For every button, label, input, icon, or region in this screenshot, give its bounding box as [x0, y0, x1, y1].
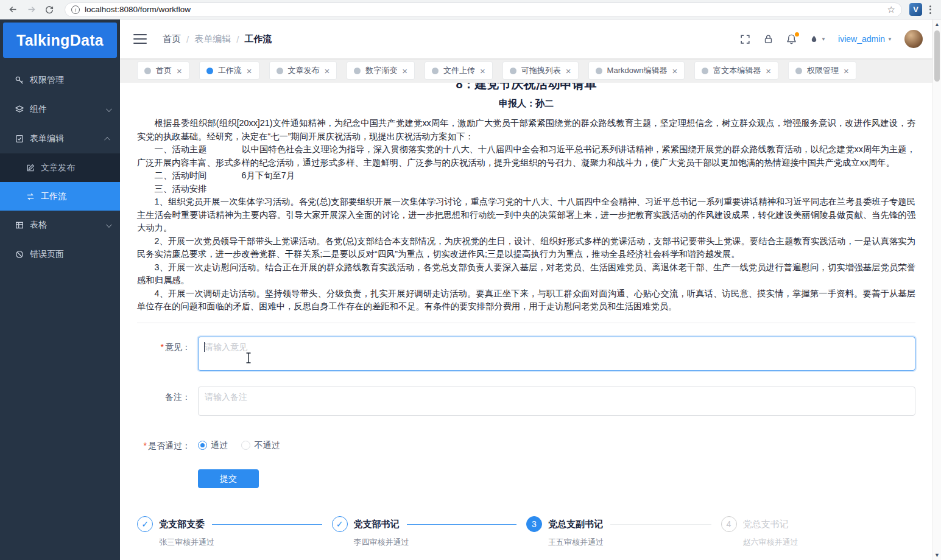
tab-home[interactable]: 首页× — [137, 61, 189, 80]
tab-article-publish[interactable]: 文章发布× — [269, 61, 337, 80]
pass-row: *是否通过： 通过 不通过 — [137, 440, 915, 453]
browser-chrome: i localhost:8080/form/workflow ☆ V — [0, 0, 941, 19]
page-info-icon[interactable]: i — [71, 5, 80, 14]
breadcrumb-home[interactable]: 首页 — [163, 33, 181, 45]
scroll-down-icon[interactable]: ▼ — [933, 552, 941, 558]
step-description: 王五审核并通过 — [548, 537, 721, 548]
tab-dot — [354, 68, 361, 74]
chevron-down-icon — [106, 106, 112, 112]
tab-close-icon[interactable]: × — [402, 66, 407, 75]
remark-label: 备注： — [137, 387, 198, 416]
bookmark-star-icon[interactable]: ☆ — [887, 4, 895, 15]
tab-close-icon[interactable]: × — [566, 66, 571, 75]
tab-label: 数字渐变 — [365, 65, 397, 76]
tab-close-icon[interactable]: × — [672, 66, 678, 75]
pass-options: 通过 不通过 — [198, 440, 915, 453]
step-description: 张三审核并通过 — [159, 537, 332, 548]
chevron-down-icon — [106, 222, 112, 228]
url-bar[interactable]: i localhost:8080/form/workflow ☆ — [65, 2, 902, 17]
sidebar-item-form-edit[interactable]: 表单编辑 — [0, 124, 120, 153]
tab-workflow[interactable]: 工作流× — [199, 61, 259, 80]
tab-draggable-list[interactable]: 可拖拽列表× — [502, 61, 579, 80]
sidebar-item-tables[interactable]: 表格 — [0, 211, 120, 240]
paragraph: 三、活动安排 — [137, 183, 915, 196]
tab-markdown-editor[interactable]: Markdown编辑器× — [588, 61, 685, 80]
browser-reload-icon[interactable] — [41, 2, 57, 18]
sidebar-item-components[interactable]: 组件 — [0, 95, 120, 124]
breadcrumb-form-edit[interactable]: 表单编辑 — [194, 33, 231, 45]
fullscreen-icon[interactable] — [739, 33, 751, 45]
remark-row: 备注： — [137, 387, 915, 416]
tab-dot — [144, 68, 151, 74]
tab-label: 首页 — [156, 65, 172, 76]
sidebar-item-label: 权限管理 — [30, 75, 64, 86]
avatar[interactable] — [904, 30, 923, 48]
tab-close-icon[interactable]: × — [325, 66, 330, 75]
app-logo[interactable]: TalkingData — [3, 23, 117, 58]
user-menu[interactable]: iview_admin ▼ — [838, 34, 892, 44]
browser-back-icon[interactable] — [5, 2, 21, 18]
step-connector — [407, 524, 517, 525]
tab-file-upload[interactable]: 文件上传× — [425, 61, 493, 80]
username: iview_admin — [838, 34, 885, 44]
step-1: ✓ 党支部支委 张三审核并通过 — [137, 516, 332, 548]
workflow-document: 8：建党节庆祝活动申请单 申报人：孙二 根据县委组织部(组织[20xx]21)文… — [137, 83, 915, 313]
scrollbar-thumb[interactable] — [934, 30, 940, 82]
vimium-extension-icon[interactable]: V — [909, 3, 922, 16]
tab-close-icon[interactable]: × — [766, 66, 771, 75]
sidebar-item-label: 错误页面 — [30, 249, 64, 260]
paragraph: 1、组织党员开展一次集体学习活动。各党(总)支部要组织开展一次集体学习讨论，重点… — [137, 195, 915, 235]
submit-button[interactable]: 提交 — [198, 469, 259, 488]
sidebar-item-label: 工作流 — [41, 191, 66, 202]
tab-dot — [596, 68, 602, 74]
hamburger-menu-icon[interactable] — [133, 34, 147, 44]
sidebar-menu: 权限管理 组件 表单编辑 — [0, 61, 120, 269]
notification-bell-icon[interactable] — [786, 33, 797, 45]
step-check-icon: ✓ — [332, 516, 348, 532]
sidebar-item-error-pages[interactable]: 错误页面 — [0, 240, 120, 269]
radio-pass-label: 通过 — [211, 440, 228, 451]
step-connector — [610, 524, 711, 525]
paragraph: 3、开展一次走访慰问活动。结合正在开展的群众路线教育实践活动，各党总支部负责人要… — [137, 261, 915, 287]
opinion-label-text: 意见： — [165, 342, 191, 352]
remark-textarea[interactable] — [198, 387, 915, 416]
tab-close-icon[interactable]: × — [480, 66, 485, 75]
sidebar-item-permission[interactable]: 权限管理 — [0, 66, 120, 95]
breadcrumb-separator: / — [236, 34, 239, 44]
tab-close-icon[interactable]: × — [247, 66, 252, 75]
tab-label: Markdown编辑器 — [607, 65, 668, 76]
opinion-textarea[interactable] — [198, 337, 915, 371]
tab-label: 文章发布 — [288, 65, 320, 76]
tab-count-to[interactable]: 数字渐变× — [347, 61, 415, 80]
scroll-up-icon[interactable]: ▲ — [933, 21, 941, 27]
vertical-scrollbar[interactable]: ▲ ▼ — [932, 19, 941, 560]
pass-label-text: 是否通过： — [148, 441, 191, 450]
caret-down-icon: ▼ — [887, 37, 892, 42]
tab-label: 文件上传 — [443, 65, 475, 76]
header: 首页 / 表单编辑 / 工作流 — [120, 19, 932, 58]
radio-pass[interactable]: 通过 — [198, 440, 228, 451]
paragraph: 2、开展一次党员领导干部带头上党课活动。各党(总)支部结合本支部情况，为庆祝党的… — [137, 235, 915, 261]
sidebar-item-label: 表单编辑 — [30, 133, 64, 144]
text-caret — [204, 342, 205, 352]
app: TalkingData 权限管理 组件 — [0, 19, 941, 560]
step-head: ✓ 党支部支委 — [137, 516, 332, 532]
tab-permission[interactable]: 权限管理× — [788, 61, 856, 80]
step-number: 3 — [526, 516, 542, 532]
browser-forward-icon[interactable] — [23, 2, 39, 18]
tab-dot — [510, 68, 516, 74]
browser-menu-icon[interactable] — [925, 3, 936, 16]
paragraph: 4、开展一次调研走访活动。坚持领导带头、分级负责，扎实开展好调研走访活动。要真正… — [137, 287, 915, 313]
tab-close-icon[interactable]: × — [177, 66, 182, 75]
tab-rich-text-editor[interactable]: 富文本编辑器× — [694, 61, 778, 80]
sidebar-item-workflow[interactable]: 工作流 — [0, 182, 120, 211]
radio-fail-label: 不通过 — [254, 440, 280, 451]
theme-ink-icon[interactable]: ▼ — [809, 33, 826, 44]
step-head: 4 党总支书记 — [721, 516, 916, 532]
required-mark: * — [161, 342, 164, 352]
tab-close-icon[interactable]: × — [844, 66, 849, 75]
sidebar-item-article-publish[interactable]: 文章发布 — [0, 153, 120, 182]
radio-fail[interactable]: 不通过 — [241, 440, 280, 451]
step-title: 党总支书记 — [743, 519, 789, 530]
lock-icon[interactable] — [763, 33, 774, 45]
